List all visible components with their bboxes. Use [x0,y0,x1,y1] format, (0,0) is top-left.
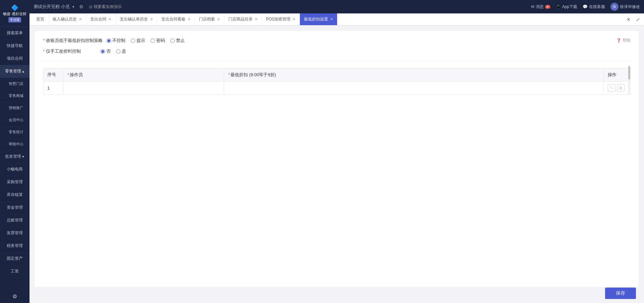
app-logo: 🔷 畅捷·通好业财 专业版 [0,0,30,27]
message-badge: 8 [545,5,550,9]
fixed-assets-label: 固定资产 [7,256,23,261]
sidebar-item-quicknav[interactable]: 快捷导航 [0,40,30,52]
sidebar-item-ledger[interactable]: 总账管理 [0,214,30,227]
online-service-button[interactable]: 💬 在线客服 [583,4,605,10]
radio-forbid[interactable]: 禁止 [170,38,185,44]
tab-expense-contract[interactable]: 支出合同 ✕ [86,13,116,26]
divider [43,61,631,61]
help-text: 帮助 [623,38,631,43]
sidebar-item-retail-stats[interactable]: 零售统计 [0,126,30,138]
sidebar-item-help[interactable]: 帮助中心 [0,138,30,150]
cell-discount [224,82,604,95]
sidebar-item-payroll[interactable]: 工资 [0,265,30,278]
radio-no-control[interactable]: 不控制 [107,38,125,44]
close-store-files-icon[interactable]: ✕ [217,17,220,21]
tab-pos-encryption[interactable]: POS加密管理 ✕ [262,13,300,26]
messages-label: 消息 [536,4,544,10]
maximize-tab-button[interactable]: ⤢ [635,15,641,23]
sidebar-item-purchase[interactable]: 采购管理 [0,176,30,189]
topbar-right: ✉ 消息 8 📱 App下载 💬 在线客服 徐 徐泽华修改 [531,3,640,11]
close-expense-contract-icon[interactable]: ✕ [108,17,111,21]
quicknav-label: 快捷导航 [7,43,23,48]
min-discount-label: 最低折扣设置 [304,16,328,22]
member-label: 会员中心 [9,118,23,122]
tab-store-products[interactable]: 门店商品目录 ✕ [224,13,262,26]
service-icon: 💬 [583,4,588,9]
sidebar-item-ecommerce[interactable]: 小畅电商 [0,163,30,176]
close-expense-board-icon[interactable]: ✕ [187,17,191,21]
payroll-label: 工资 [11,269,19,273]
avatar: 徐 [610,3,619,11]
sidebar-item-inventory[interactable]: 库存核算 [0,189,30,201]
ecommerce-label: 小畅电商 [7,167,23,171]
user-menu[interactable]: 徐 徐泽华修改 [610,3,640,11]
help-icon-button[interactable]: ❓ 帮助 [616,38,631,43]
chevron-down-icon: ▲ [22,70,25,73]
sidebar-item-fixed-assets[interactable]: 固定资产 [0,252,30,265]
sidebar-item-invoice[interactable]: 发票管理 [0,227,30,240]
sidebar-item-marketing[interactable]: 营销推广 [0,102,30,114]
close-min-discount-icon[interactable]: ✕ [330,17,333,21]
save-button[interactable]: 保存 [605,288,636,299]
close-store-products-icon[interactable]: ✕ [255,17,258,21]
tab-income-history[interactable]: 收入确认历史 ✕ [49,13,86,26]
tab-expense-confirm-history[interactable]: 支出确认单历史 ✕ [116,13,157,26]
col-discount: *最低折扣 (9.00等于9折) [224,68,604,82]
cell-seq: 1 [43,82,63,95]
marketing-label: 营销推广 [9,106,23,110]
store-files-label: 门店档案 [199,16,215,22]
expense-board-label: 支出合同看板 [161,16,185,22]
messages-button[interactable]: ✉ 消息 8 [531,4,550,10]
retail-mall-label: 零售商城 [9,94,23,98]
demo-text: 我要看实例演示 [94,4,122,10]
close-expense-confirm-history-icon[interactable]: ✕ [150,17,153,21]
manual-price-label: * 仅手工改价时控制 [43,48,97,54]
home-tab-label: 首页 [36,16,44,22]
tab-expense-board[interactable]: 支出合同看板 ✕ [157,13,195,26]
edit-row-button[interactable]: ✎ [608,84,615,92]
form-section: * 收银员低于最低折扣控制策略 不控制 提示 密码 [43,38,631,54]
col-actions: 操作 [604,68,631,82]
close-income-history-icon[interactable]: ✕ [79,17,82,21]
table-scrollbar[interactable] [628,65,631,95]
download-icon: 📱 [556,4,561,9]
discount-policy-radio-group: 不控制 提示 密码 禁止 [107,38,185,44]
close-pos-encryption-icon[interactable]: ✕ [292,17,296,21]
radio-remind[interactable]: 提示 [131,38,145,44]
sidebar-item-contract[interactable]: 项目合同 [0,52,30,65]
delete-row-button[interactable]: 🗑 [617,84,625,92]
demo-link[interactable]: ◎ 我要看实例演示 [89,4,122,10]
sidebar-item-finance[interactable]: 资金管理 [0,201,30,214]
sidebar-item-retail[interactable]: 零售管理 ▲ [0,65,30,78]
content-area: ❓ 帮助 * 收银员低于最低折扣控制策略 不控制 [30,26,644,303]
contract-label: 项目合同 [7,56,23,61]
project-selector[interactable]: 测试分开完程·小兄 ▼ [34,4,75,10]
sidebar-item-tax[interactable]: 税务管理 [0,240,30,252]
purchase-label: 采购管理 [7,180,23,184]
tax-label: 税务管理 [7,243,23,248]
discount-table: 序号 *操作员 *最低折扣 (9.00等于9折) 操作 1 [43,68,631,95]
tab-home[interactable]: 首页 [32,13,49,26]
income-history-label: 收入确认历史 [53,16,77,22]
tab-store-files[interactable]: 门店档案 ✕ [195,13,224,26]
table-wrapper: 序号 *操作员 *最低折扣 (9.00等于9折) 操作 1 [43,65,631,95]
sidebar: 🔷 畅捷·通好业财 专业版 搜索菜单 快捷导航 项目合同 零售管理 ▲ 智慧门店… [0,0,30,303]
app-download-button[interactable]: 📱 App下载 [556,4,577,10]
app-name: 畅捷·通好业财 [3,11,27,16]
radio-no[interactable]: 否 [101,48,111,54]
gear-icon: ⚙ [12,294,17,299]
sidebar-item-search[interactable]: 搜索菜单 [0,27,30,40]
radio-yes[interactable]: 是 [116,48,126,54]
tab-min-discount[interactable]: 最低折扣设置 ✕ [300,13,337,26]
sidebar-item-smart-store[interactable]: 智慧门店 [0,78,30,90]
save-bar: 保存 [597,284,644,303]
settings-icon[interactable]: ⚙ [79,4,84,9]
form-row-discount-policy: * 收银员低于最低折扣控制策略 不控制 提示 密码 [43,38,631,44]
sidebar-item-retail-mall[interactable]: 零售商城 [0,90,30,102]
close-tab-button[interactable]: ✕ [625,15,632,23]
sidebar-item-member[interactable]: 会员中心 [0,114,30,126]
settings-footer-button[interactable]: ⚙ [0,290,30,303]
sidebar-item-wholesale[interactable]: 批发管理 ▼ [0,150,30,163]
table-scrollbar-thumb [628,66,630,80]
radio-password[interactable]: 密码 [151,38,165,44]
